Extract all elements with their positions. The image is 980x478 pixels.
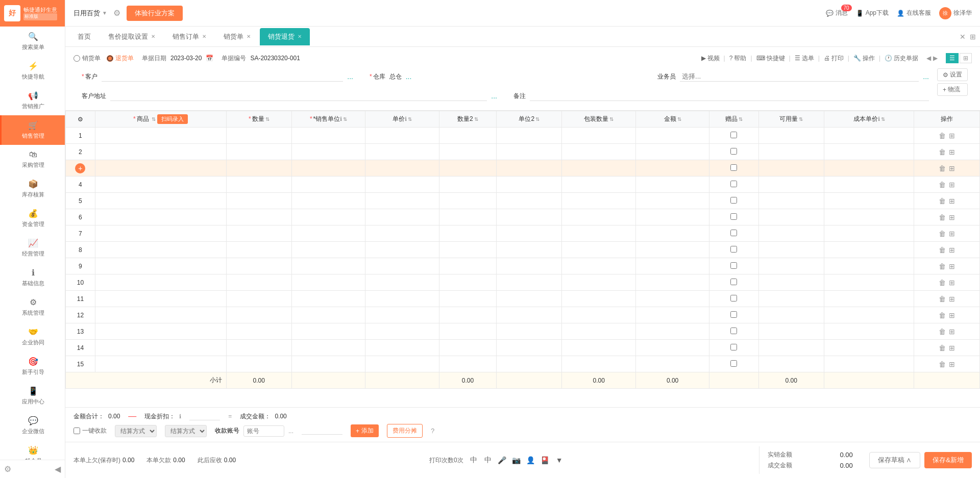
sort-avail-icon[interactable]: ⇅ bbox=[799, 116, 803, 122]
avail-cell-9[interactable] bbox=[758, 258, 824, 274]
remark-input[interactable] bbox=[530, 91, 929, 101]
calc-method-select[interactable]: 结算方式 bbox=[165, 425, 207, 437]
copy-row-1-icon[interactable]: ⊞ bbox=[949, 132, 955, 140]
sort-qty2-icon[interactable]: ⇅ bbox=[474, 116, 478, 122]
unit2-cell-14[interactable] bbox=[497, 340, 562, 356]
unit2-cell-8[interactable] bbox=[497, 242, 562, 258]
unit2-cell-1[interactable] bbox=[497, 128, 562, 144]
tab-0[interactable]: 首页 bbox=[69, 28, 99, 45]
amount-cell-2[interactable] bbox=[635, 144, 709, 160]
sort-unit2-icon[interactable]: ⇅ bbox=[535, 116, 540, 122]
gift-cell-1[interactable] bbox=[709, 128, 758, 144]
one-key-pay-input[interactable] bbox=[74, 427, 80, 434]
unit-cell-12[interactable] bbox=[291, 307, 365, 323]
copy-row-13-icon[interactable]: ⊞ bbox=[949, 328, 955, 336]
price-cell-12[interactable] bbox=[365, 307, 439, 323]
tool1-icon[interactable]: 中 bbox=[468, 454, 480, 466]
qty-cell-4[interactable] bbox=[226, 177, 291, 193]
sidebar-item-1[interactable]: ⚡ 快捷导航 bbox=[0, 56, 65, 86]
sidebar-item-7[interactable]: 📈 经营管理 bbox=[0, 233, 65, 263]
delete-row-10-icon[interactable]: 🗑 bbox=[939, 279, 946, 287]
unit-cell-2[interactable] bbox=[291, 144, 365, 160]
unit-cell-13[interactable] bbox=[291, 323, 365, 340]
sidebar-item-8[interactable]: ℹ 基础信息 bbox=[0, 263, 65, 292]
avail-cell-7[interactable] bbox=[758, 225, 824, 242]
price-cell-5[interactable] bbox=[365, 193, 439, 209]
logistics-btn[interactable]: + 物流 bbox=[937, 83, 968, 96]
qty-cell-8[interactable] bbox=[226, 242, 291, 258]
unit2-cell-6[interactable] bbox=[497, 209, 562, 225]
copy-row-3-icon[interactable]: ⊞ bbox=[949, 164, 955, 172]
unit-cell-3[interactable] bbox=[291, 160, 365, 177]
cost-cell-12[interactable] bbox=[824, 307, 914, 323]
tab-1-close-icon[interactable]: ✕ bbox=[151, 34, 155, 39]
price-cell-10[interactable] bbox=[365, 274, 439, 291]
qty2-cell-15[interactable] bbox=[439, 356, 496, 372]
gift-cell-5[interactable] bbox=[709, 193, 758, 209]
sidebar-item-0[interactable]: 🔍 搜索菜单 bbox=[0, 27, 65, 56]
cost-info-icon[interactable]: ℹ bbox=[878, 116, 880, 122]
add-payment-btn[interactable]: + 添加 bbox=[351, 424, 379, 437]
gift-cell-10[interactable] bbox=[709, 274, 758, 291]
tab-2[interactable]: 销售订单✕ bbox=[164, 28, 214, 45]
unit2-cell-2[interactable] bbox=[497, 144, 562, 160]
amount-cell-1[interactable] bbox=[635, 128, 709, 144]
add-row-btn[interactable]: + bbox=[75, 163, 85, 173]
tool5-icon[interactable]: 👤 bbox=[525, 454, 537, 466]
cost-cell-6[interactable] bbox=[824, 209, 914, 225]
qty-cell-3[interactable] bbox=[226, 160, 291, 177]
delete-row-7-icon[interactable]: 🗑 bbox=[939, 230, 946, 238]
unit-cell-8[interactable] bbox=[291, 242, 365, 258]
product-input-3[interactable] bbox=[97, 164, 224, 172]
sidebar-item-11[interactable]: 🎯 新手引导 bbox=[0, 351, 65, 381]
save-draft-btn[interactable]: 保存草稿 ∧ bbox=[869, 452, 921, 468]
view-btn-card[interactable]: ⊞ bbox=[960, 53, 972, 63]
sidebar-item-6[interactable]: 💰 资金管理 bbox=[0, 204, 65, 233]
delete-row-12-icon[interactable]: 🗑 bbox=[939, 311, 946, 319]
customer-lookup-btn[interactable]: ... bbox=[347, 72, 353, 81]
pkgqty-cell-14[interactable] bbox=[562, 340, 635, 356]
product-cell-6[interactable] bbox=[95, 209, 226, 225]
unit-cell-15[interactable] bbox=[291, 356, 365, 372]
unit-cell-1[interactable] bbox=[291, 128, 365, 144]
avail-cell-15[interactable] bbox=[758, 356, 824, 372]
qty2-cell-9[interactable] bbox=[439, 258, 496, 274]
copy-row-8-icon[interactable]: ⊞ bbox=[949, 246, 955, 254]
qty2-cell-3[interactable] bbox=[439, 160, 496, 177]
price-cell-6[interactable] bbox=[365, 209, 439, 225]
cost-cell-4[interactable] bbox=[824, 177, 914, 193]
copy-row-2-icon[interactable]: ⊞ bbox=[949, 148, 955, 156]
gift-cell-12[interactable] bbox=[709, 307, 758, 323]
action-operate[interactable]: 🔧 操作 bbox=[853, 54, 875, 63]
unit-cell-6[interactable] bbox=[291, 209, 365, 225]
cost-cell-15[interactable] bbox=[824, 356, 914, 372]
product-cell-4[interactable] bbox=[95, 177, 226, 193]
delete-row-8-icon[interactable]: 🗑 bbox=[939, 246, 946, 254]
sidebar-item-4[interactable]: 🛍 采购管理 bbox=[0, 145, 65, 174]
avail-cell-8[interactable] bbox=[758, 242, 824, 258]
delete-row-5-icon[interactable]: 🗑 bbox=[939, 197, 946, 205]
qty-cell-10[interactable] bbox=[226, 274, 291, 291]
user-menu[interactable]: 徐 徐泽华 bbox=[939, 7, 972, 19]
tool4-icon[interactable]: 📷 bbox=[510, 454, 523, 466]
gift-cell-13[interactable] bbox=[709, 323, 758, 340]
sort-product-icon[interactable]: ⇅ bbox=[152, 116, 156, 122]
gift-cell-14[interactable] bbox=[709, 340, 758, 356]
avail-cell-1[interactable] bbox=[758, 128, 824, 144]
sort-unit-icon[interactable]: ⇅ bbox=[343, 116, 347, 122]
tab-1[interactable]: 售价提取设置✕ bbox=[100, 28, 163, 45]
qty2-cell-14[interactable] bbox=[439, 340, 496, 356]
footer-help-icon[interactable]: ? bbox=[431, 427, 434, 435]
avail-cell-12[interactable] bbox=[758, 307, 824, 323]
price-cell-9[interactable] bbox=[365, 258, 439, 274]
sort-amount-icon[interactable]: ⇅ bbox=[677, 116, 681, 122]
gift-checkbox-8[interactable] bbox=[730, 246, 737, 253]
date-value[interactable]: 2023-03-20 bbox=[170, 55, 202, 62]
qty2-cell-2[interactable] bbox=[439, 144, 496, 160]
trial-btn[interactable]: 体验行业方案 bbox=[127, 6, 183, 21]
qty2-cell-6[interactable] bbox=[439, 209, 496, 225]
product-cell-13[interactable] bbox=[95, 323, 226, 340]
product-cell-9[interactable] bbox=[95, 258, 226, 274]
copy-row-11-icon[interactable]: ⊞ bbox=[949, 295, 955, 303]
product-cell-12[interactable] bbox=[95, 307, 226, 323]
